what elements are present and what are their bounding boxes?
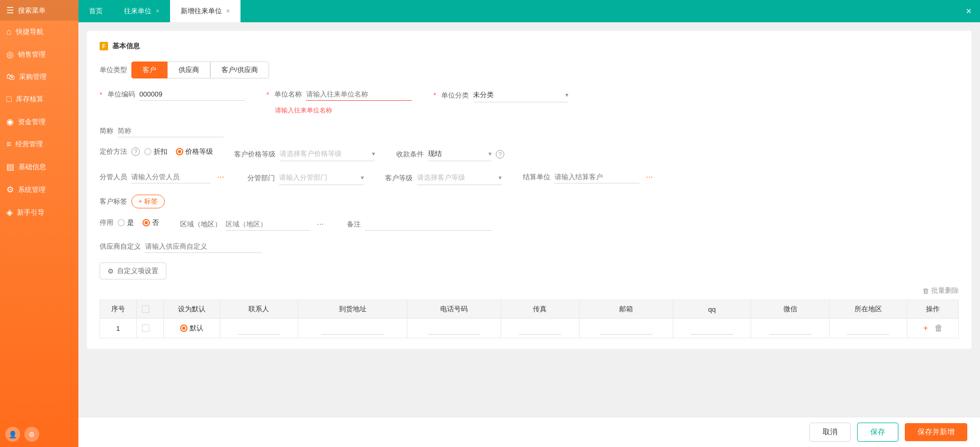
- col-qq: qq: [673, 300, 751, 319]
- section-title: F 基本信息: [100, 41, 959, 51]
- contact-input[interactable]: [238, 322, 280, 335]
- cell-email[interactable]: [579, 319, 673, 338]
- custom-settings-button[interactable]: ⚙ 自定义项设置: [100, 262, 166, 279]
- unit-category-value: 未分类: [473, 90, 563, 100]
- sidebar-search[interactable]: ☰ 搜索菜单: [0, 0, 78, 21]
- department-select[interactable]: 请输入分管部门 ▾: [279, 171, 364, 185]
- finance-icon: ◉: [6, 117, 14, 127]
- content-area: F 基本信息 单位类型 客户 供应商 客户/供应商 * 单位编码: [78, 22, 980, 417]
- disabled-label: 停用: [100, 218, 113, 227]
- disabled-no-option[interactable]: 否: [142, 218, 159, 227]
- row-region-input[interactable]: [847, 322, 889, 335]
- tab-home[interactable]: 首页: [78, 0, 113, 22]
- unit-category-select[interactable]: 未分类 ▾: [473, 88, 568, 102]
- unit-type-customer-btn[interactable]: 客户: [131, 62, 167, 78]
- supplier-custom-group: 供应商自定义: [100, 240, 262, 253]
- pricing-discount-option[interactable]: 折扣: [144, 147, 167, 156]
- table-row: 1 默认: [100, 319, 959, 338]
- region-input[interactable]: [226, 218, 310, 231]
- unit-type-both-btn[interactable]: 客户/供应商: [210, 62, 269, 78]
- disabled-no-radio[interactable]: [142, 219, 150, 226]
- cell-phone[interactable]: [407, 319, 501, 338]
- cell-region[interactable]: [829, 319, 907, 338]
- short-name-group: 简称: [100, 125, 224, 137]
- unit-type-supplier-btn[interactable]: 供应商: [167, 62, 210, 78]
- settings-gear-icon: ⚙: [108, 267, 114, 275]
- customer-tag-group: 客户标签 + 标签: [100, 195, 165, 208]
- region-label: 区域（地区）: [180, 220, 221, 229]
- home-icon: ⌂: [6, 27, 12, 37]
- cell-checkbox: [136, 319, 163, 338]
- email-input[interactable]: [600, 322, 653, 335]
- fax-input[interactable]: [519, 322, 561, 335]
- pricing-level-option[interactable]: 价格等级: [176, 147, 213, 156]
- row-checkbox[interactable]: [142, 325, 149, 332]
- phone-input[interactable]: [427, 322, 480, 335]
- manager-input[interactable]: [131, 171, 211, 183]
- customer-level-placeholder: 请选择客户等级: [417, 173, 496, 182]
- disabled-yes-radio[interactable]: [118, 219, 125, 226]
- tab-unit-list-close[interactable]: ×: [156, 7, 159, 15]
- table-header-row: 🗑 批量删除: [100, 286, 959, 295]
- pricing-level-radio[interactable]: [176, 148, 183, 155]
- sidebar-user-icon[interactable]: 👤: [5, 427, 20, 442]
- region-more-btn[interactable]: ···: [315, 220, 326, 229]
- sidebar-item-operation[interactable]: ≡ 经营管理: [0, 133, 78, 155]
- sidebar-item-system[interactable]: ⚙ 系统管理: [0, 178, 78, 201]
- sidebar-item-inventory[interactable]: □ 库存核算: [0, 88, 78, 110]
- sidebar-item-guide[interactable]: ◈ 新手引导: [0, 201, 78, 224]
- cell-address[interactable]: [298, 319, 407, 338]
- remark-input[interactable]: [365, 218, 492, 231]
- add-row-button[interactable]: +: [921, 323, 930, 332]
- customer-level-arrow: ▾: [498, 174, 502, 181]
- window-close-button[interactable]: ×: [957, 6, 980, 17]
- qq-input[interactable]: [691, 322, 733, 335]
- customer-level-select[interactable]: 请选择客户等级 ▾: [417, 171, 502, 185]
- settlement-unit-group: 结算单位 ···: [523, 171, 655, 183]
- address-input[interactable]: [321, 322, 385, 335]
- unit-code-input[interactable]: [139, 88, 245, 101]
- save-button[interactable]: 保存: [857, 423, 898, 442]
- tab-new-unit[interactable]: 新增往来单位 ×: [170, 0, 240, 22]
- cell-wechat[interactable]: [751, 319, 830, 338]
- save-and-new-button[interactable]: 保存并新增: [905, 423, 967, 441]
- customer-price-level-select[interactable]: 请选择客户价格等级 ▾: [280, 147, 375, 161]
- disabled-region-row: 停用 是 否 区域（地区） ···: [100, 218, 959, 231]
- disabled-yes-option[interactable]: 是: [118, 218, 134, 227]
- table-header: 序号 设为默认 联系人 到货地址 电话号码 传真 邮箱 qq 微信 所在地区 操…: [100, 300, 959, 319]
- sidebar-item-sales[interactable]: ◎ 销售管理: [0, 43, 78, 66]
- sidebar-item-finance[interactable]: ◉ 资金管理: [0, 110, 78, 133]
- sidebar-settings-icon[interactable]: ⚙: [24, 427, 39, 442]
- wechat-input[interactable]: [769, 322, 812, 335]
- col-default: 设为默认: [163, 300, 220, 319]
- select-all-checkbox[interactable]: [142, 305, 149, 313]
- sidebar-item-basic[interactable]: ▤ 基础信息: [0, 155, 78, 178]
- batch-delete-button[interactable]: 🗑 批量删除: [922, 286, 959, 295]
- tab-unit-list[interactable]: 往来单位 ×: [113, 0, 170, 22]
- pricing-discount-radio[interactable]: [144, 148, 152, 155]
- settlement-unit-input[interactable]: [555, 171, 639, 183]
- unit-name-error: 请输入往来单位名称: [275, 106, 332, 115]
- unit-type-group: 单位类型 客户 供应商 客户/供应商: [100, 62, 269, 78]
- add-tag-button[interactable]: + 标签: [131, 195, 165, 208]
- col-wechat: 微信: [751, 300, 830, 319]
- cell-contact[interactable]: [220, 319, 298, 338]
- delete-row-button[interactable]: 🗑: [932, 323, 945, 332]
- tab-new-unit-close[interactable]: ×: [226, 7, 230, 15]
- payment-terms-select[interactable]: 现结 ▾: [428, 147, 492, 161]
- cancel-button[interactable]: 取消: [809, 423, 851, 442]
- cell-qq[interactable]: [673, 319, 751, 338]
- short-name-input[interactable]: [118, 125, 224, 137]
- unit-name-input[interactable]: [306, 88, 412, 101]
- payment-terms-help-icon[interactable]: ?: [496, 150, 504, 159]
- cell-fax[interactable]: [501, 319, 580, 338]
- sidebar-item-purchase[interactable]: 🛍 采购管理: [0, 66, 78, 88]
- manager-more-btn[interactable]: ···: [215, 172, 226, 182]
- sidebar-item-quick-nav[interactable]: ⌂ 快捷导航: [0, 21, 78, 43]
- department-arrow: ▾: [361, 174, 364, 181]
- settlement-unit-more-btn[interactable]: ···: [644, 172, 655, 182]
- basic-icon: ▤: [6, 162, 14, 172]
- pricing-help-icon[interactable]: ?: [131, 147, 140, 156]
- supplier-custom-input[interactable]: [145, 240, 262, 253]
- default-radio[interactable]: [180, 325, 188, 332]
